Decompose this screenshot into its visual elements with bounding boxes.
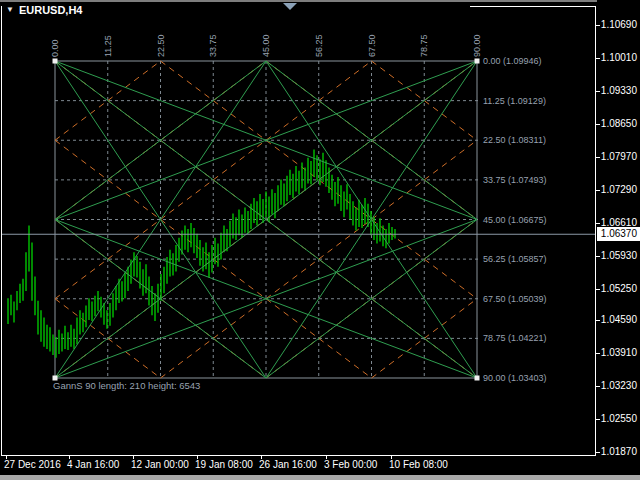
gann-level-label: 90.00 (1.03403) bbox=[483, 373, 547, 383]
time-axis-label: 27 Dec 2016 bbox=[4, 459, 61, 470]
time-axis-label: 4 Jan 16:00 bbox=[67, 459, 119, 470]
price-axis-tick bbox=[596, 91, 600, 92]
gann-angle-label: 78.75 bbox=[419, 34, 429, 57]
price-axis-tick bbox=[596, 419, 600, 420]
time-axis-tick bbox=[261, 455, 262, 459]
price-axis-tick bbox=[596, 452, 600, 453]
price-axis-label: 1.05250 bbox=[599, 283, 637, 295]
price-axis-tick bbox=[596, 190, 600, 191]
time-axis-label: 3 Feb 00:00 bbox=[324, 459, 377, 470]
price-axis-tick bbox=[596, 124, 600, 125]
gann-angle-label: 22.50 bbox=[156, 34, 166, 57]
chart-window: ▼ EURUSD,H4 0.0011.2522.5033.7545.0056.2… bbox=[0, 0, 640, 480]
price-axis-label: 1.10690 bbox=[599, 19, 637, 31]
price-axis-tick bbox=[596, 256, 600, 257]
time-axis-tick bbox=[197, 455, 198, 459]
gann-level-label: 67.50 (1.05039) bbox=[483, 294, 547, 304]
price-axis-label: 1.09330 bbox=[599, 85, 637, 97]
time-axis-label: 19 Jan 08:00 bbox=[195, 459, 253, 470]
symbol-title-label: EURUSD,H4 bbox=[19, 4, 83, 16]
price-axis-tick bbox=[596, 25, 600, 26]
time-axis-tick bbox=[133, 455, 134, 459]
price-axis-label: 1.04590 bbox=[599, 314, 637, 326]
time-axis-tick bbox=[391, 455, 392, 459]
price-axis-label: 1.07290 bbox=[599, 184, 637, 196]
symbol-title[interactable]: ▼ EURUSD,H4 bbox=[6, 4, 83, 16]
gann-level-label: 78.75 (1.04221) bbox=[483, 333, 547, 343]
gann-caption: GannS 90 length: 210 height: 6543 bbox=[53, 380, 200, 391]
price-axis[interactable]: 1.06370 1.106901.100101.093301.086501.07… bbox=[597, 0, 640, 456]
time-axis-label: 10 Feb 08:00 bbox=[389, 459, 448, 470]
gann-level-label: 22.50 (1.08311) bbox=[483, 135, 546, 145]
time-axis-label: 12 Jan 00:00 bbox=[131, 459, 189, 470]
window-bottom-edge bbox=[0, 475, 640, 480]
gann-anchor-handle[interactable] bbox=[475, 59, 480, 64]
price-axis-label: 1.06610 bbox=[599, 217, 637, 229]
price-axis-tick bbox=[596, 58, 600, 59]
price-axis-label: 1.10010 bbox=[599, 52, 637, 64]
gann-level-label: 45.00 (1.06675) bbox=[483, 215, 547, 225]
gann-angle-label: 0.00 bbox=[50, 39, 60, 57]
price-axis-label: 1.05930 bbox=[599, 250, 637, 262]
current-price-badge: 1.06370 bbox=[597, 227, 640, 241]
gann-anchor-handle[interactable] bbox=[53, 59, 58, 64]
gann-level-label: 11.25 (1.09129) bbox=[483, 96, 546, 106]
price-axis-label: 1.03230 bbox=[599, 380, 637, 392]
time-axis-tick bbox=[6, 455, 7, 459]
price-axis-label: 1.08650 bbox=[599, 118, 637, 130]
price-axis-label: 1.02550 bbox=[599, 413, 637, 425]
price-axis-tick bbox=[596, 353, 600, 354]
price-axis-tick bbox=[596, 386, 600, 387]
gann-level-label: 0.00 (1.09946) bbox=[483, 56, 542, 66]
price-axis-tick bbox=[596, 157, 600, 158]
time-axis[interactable]: 27 Dec 20164 Jan 16:0012 Jan 00:0019 Jan… bbox=[0, 456, 640, 475]
price-axis-label: 1.07970 bbox=[599, 151, 637, 163]
price-axis-label: 1.03910 bbox=[599, 347, 637, 359]
chart-plot-area[interactable]: 0.0011.2522.5033.7545.0056.2567.5078.759… bbox=[0, 0, 597, 456]
gann-level-label: 56.25 (1.05857) bbox=[483, 254, 547, 264]
time-axis-tick bbox=[326, 455, 327, 459]
gann-angle-label: 11.25 bbox=[103, 35, 113, 57]
gann-level-label: 33.75 (1.07493) bbox=[483, 175, 547, 185]
gann-angle-label: 33.75 bbox=[208, 34, 218, 57]
gann-angle-label: 90.00 bbox=[472, 34, 482, 57]
gann-anchor-handle[interactable] bbox=[475, 376, 480, 381]
gann-angle-label: 56.25 bbox=[314, 34, 324, 57]
chart-shift-marker-icon[interactable] bbox=[283, 3, 297, 10]
gann-angle-label: 45.00 bbox=[261, 34, 271, 57]
time-axis-label: 26 Jan 16:00 bbox=[259, 459, 317, 470]
price-axis-tick bbox=[596, 223, 600, 224]
symbol-dropdown-icon[interactable]: ▼ bbox=[6, 6, 14, 14]
gann-angle-label: 67.50 bbox=[367, 34, 377, 57]
price-axis-tick bbox=[596, 320, 600, 321]
price-axis-tick bbox=[596, 289, 600, 290]
time-axis-tick bbox=[69, 455, 70, 459]
